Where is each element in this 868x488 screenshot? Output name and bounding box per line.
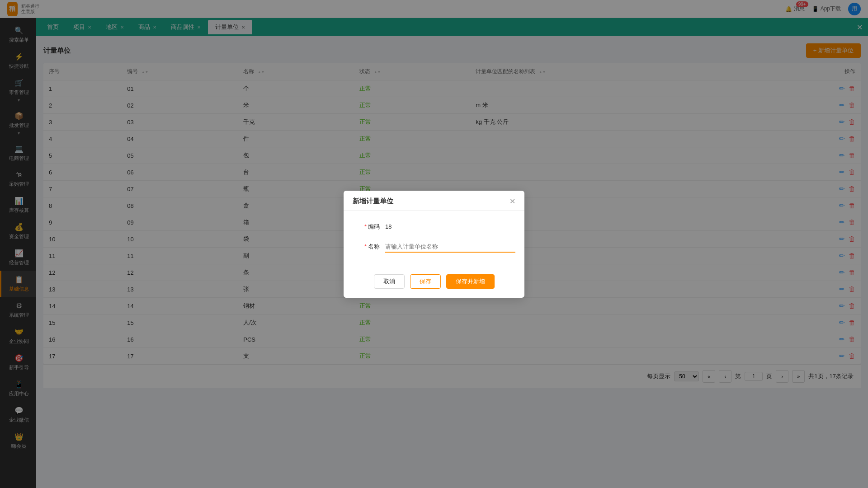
required-mark-name: *: [364, 243, 367, 250]
modal-overlay: 新增计量单位 ✕ *编码 *名称 取消 保存 保存并新增: [0, 0, 868, 488]
form-row-code: *编码: [353, 221, 515, 232]
cancel-button[interactable]: 取消: [374, 274, 405, 289]
modal-header: 新增计量单位 ✕: [344, 191, 524, 211]
modal-add-unit: 新增计量单位 ✕ *编码 *名称 取消 保存 保存并新增: [344, 191, 524, 298]
modal-footer: 取消 保存 保存并新增: [344, 269, 524, 298]
modal-body: *编码 *名称: [344, 211, 524, 269]
code-label: *编码: [353, 223, 380, 231]
required-mark: *: [364, 223, 367, 230]
name-input[interactable]: [385, 241, 515, 253]
modal-title: 新增计量单位: [353, 197, 393, 206]
modal-close-button[interactable]: ✕: [509, 197, 515, 206]
code-input[interactable]: [385, 221, 515, 232]
form-row-name: *名称: [353, 241, 515, 253]
name-label: *名称: [353, 243, 380, 251]
save-button[interactable]: 保存: [410, 274, 441, 289]
save-new-button[interactable]: 保存并新增: [446, 274, 495, 289]
